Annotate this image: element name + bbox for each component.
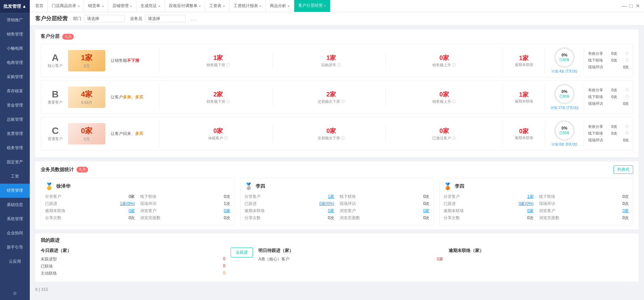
window-maximize-button[interactable]: □ [629, 3, 633, 9]
followup-tomorrow-block: 明日待跟进（家） A类（核心）客户 0家 [258, 248, 443, 263]
sidebar-item-dianshang[interactable]: 电商管理 [0, 56, 30, 70]
window-minimize-button[interactable]: — [621, 3, 627, 9]
tabs-bar: 首页 门店商品目录 × 销货单 × 店铺管理 × 生成凭证 × 应收应付调整单 … [30, 0, 644, 12]
tier-a-metric-1-info: ⓘ [337, 63, 341, 67]
tab-mendianshanpinmulu-close[interactable]: × [78, 4, 80, 8]
tier-a-metric-1-num: 1家 [280, 54, 383, 62]
tab-kefenjingying-close[interactable]: × [324, 4, 326, 8]
sidebar-item-shuiwu[interactable]: 税务管理 [0, 141, 30, 155]
tab-yingshouzhengdan-close[interactable]: × [199, 4, 201, 8]
tab-xiaohuo[interactable]: 销货单 × [84, 0, 108, 12]
biz-card-1-row-3: 现场拜访 0次 [340, 201, 429, 207]
sales-filter-select[interactable]: 请选择 [145, 15, 186, 22]
biz-cards-grid: 🥇 徐泽华 分管客户 0家 线下联络 0次 已跟进 [41, 178, 633, 225]
tier-b-metric-1-num: 2家 [280, 90, 383, 98]
tab-home[interactable]: 首页 [31, 0, 48, 12]
tab-dianpuguanli-label: 店铺管理 [112, 3, 129, 9]
tab-shengpingzheng[interactable]: 生成凭证 × [136, 0, 165, 12]
sidebar-item-xinshouyindao[interactable]: 新手引导 [0, 240, 30, 255]
tier-a-metric-0-info: ⓘ [226, 63, 230, 67]
tab-gongzitongjibiao-close[interactable]: × [259, 4, 261, 8]
sidebar-item-kucun[interactable]: 库存核算 [0, 84, 30, 98]
tier-a-linked: 0% 已联络 计划 4次 (7天/次) [549, 47, 580, 74]
tier-a-label: A 核心客户 [45, 53, 65, 68]
followup-today-row-2: 主动联络 0 [41, 271, 225, 276]
biz-card-1-row-6: 分享次数 0次 [244, 215, 334, 221]
page-title: 客户分层经营 [35, 15, 68, 22]
tier-c-metric-0: 0家 休眠客户 ⓘ [164, 125, 273, 142]
tier-c-count-block: 0家 0万 [68, 123, 105, 144]
sidebar-item-gongzi[interactable]: 工资 [0, 169, 30, 184]
sidebar-item-zijin[interactable]: 资金管理 [0, 98, 30, 113]
tier-a-metric-1: 1家 回购异常 ⓘ [277, 52, 386, 69]
tier-a-overdue-num: 1家 [507, 54, 541, 62]
sidebar-top-label[interactable]: 批发管理 ▲ [0, 0, 30, 13]
tier-row-c: C 普通客户 0家 0万 让客户回来、多买 0家 休眠客户 ⓘ [41, 117, 633, 151]
tier-c-letter: C [45, 126, 65, 136]
tier-b-metric-2-label: 销售额上升 ⓘ [392, 99, 496, 104]
tier-a-divider [159, 47, 160, 74]
tier-c-divider [159, 120, 160, 147]
tier-a-stats-right: 有效分享 0次 ⓘ 线下联络 0次 ⓘ 现场拜访 0次 [588, 50, 629, 70]
sidebar-item-yunyingyong[interactable]: 云应用 [0, 255, 30, 269]
tab-mendianshanpinmulu[interactable]: 门店商品目录 × [48, 0, 84, 12]
tier-a-stat-0: 有效分享 0次 ⓘ [588, 50, 629, 57]
biz-card-0-row-5: 浏览客户 0家 [140, 208, 230, 214]
sidebar-item-qiyexietong[interactable]: 企业协同 [0, 226, 30, 240]
tab-dianpuguanli-close[interactable]: × [130, 4, 132, 8]
biz-card-2-row-0: 分管客户 1家 [444, 194, 533, 200]
sidebar-item-xiaochang[interactable]: 小畅电商 [0, 42, 30, 56]
sidebar-item-caigou[interactable]: 采购管理 [0, 70, 30, 84]
biz-card-2-row-4: 逾期未联络 0家 [444, 208, 533, 214]
sidebar-item-xiaoshou[interactable]: 销售管理 [0, 27, 30, 42]
tier-b-linked-pct: 0% [561, 89, 567, 94]
tier-a-stat-2: 现场拜访 0次 [588, 64, 629, 71]
sidebar-item-gudingzichan[interactable]: 固定资产 [0, 155, 30, 169]
tab-gongzibiao-close[interactable]: × [223, 4, 225, 8]
dept-filter-select[interactable]: 请选择 [84, 15, 125, 22]
sidebar-item-zongzhang[interactable]: 总账管理 [0, 113, 30, 127]
tab-kefenjingyig[interactable]: 客户分层经营 × [294, 0, 330, 12]
tab-gongzibiao[interactable]: 工资表 × [205, 0, 229, 12]
tab-xiaohuo-close[interactable]: × [102, 4, 104, 8]
biz-card-1-row-1: 线下联络 0次 [340, 194, 429, 200]
tab-dianpuguanli[interactable]: 店铺管理 × [108, 0, 136, 12]
tier-c-overdue-label: 逾期未联络 [507, 135, 541, 140]
sidebar-item-yingxiao[interactable]: 营销推广 [0, 13, 30, 27]
biz-stats-list-btn[interactable]: 列表式 [614, 165, 633, 174]
tier-row-a: A 核心客户 1家 0万 让销售额不下滑 1家 销售额下滑 ⓘ [41, 44, 633, 77]
tier-a-divider3 [545, 47, 545, 74]
my-followup-section: 我的跟进 今日跟进（家） 未跟进型 0 已联络 0 主动联络 0 [35, 233, 639, 282]
biz-card-0-row-0: 分管客户 0家 [45, 194, 135, 200]
tier-c-linked-circle: 0% 已联络 [554, 120, 575, 141]
tab-gongzitongjibiao[interactable]: 工资统计报表 × [230, 0, 266, 12]
sidebar-item-jingying[interactable]: 经营管理 [0, 184, 30, 198]
biz-card-2-row-2: 已跟进 0家(0%) [444, 201, 533, 207]
tier-c-stats-right: 有效分享 0次 ⓘ 线下联络 0次 ⓘ 现场拜访 0次 [588, 123, 629, 143]
my-followup-title: 我的跟进 [41, 237, 60, 244]
tab-shangpinfenxi[interactable]: 商品分析 × [266, 0, 294, 12]
tab-shengpingzheng-close[interactable]: × [158, 4, 160, 8]
sidebar-gear-button[interactable]: ⚙ [0, 287, 30, 300]
tier-c-name: 普通客户 [45, 136, 65, 141]
tier-c-suggestion: 让客户回来、多买 [108, 131, 155, 137]
biz-card-2-row-6: 分享次数 0次 [444, 215, 533, 221]
tier-b-letter: B [45, 90, 65, 99]
sidebar-item-jichuxinxi[interactable]: 基础信息 [0, 198, 30, 212]
customer-tier-section: 客户分层 九月 A 核心客户 1家 0万 让销售额不下滑 [35, 29, 639, 157]
tier-c-metric-2-num: 0家 [392, 127, 496, 135]
tier-b-metric-2: 0家 销售额上升 ⓘ [390, 89, 498, 106]
sidebar-item-fapiao[interactable]: 发票管理 [0, 127, 30, 141]
tab-yingshouzhengdan[interactable]: 应收应付调整单 × [165, 0, 205, 12]
followup-goto-button[interactable]: 去跟进 [231, 248, 253, 257]
tier-c-metric-1-info: ⓘ [341, 136, 345, 140]
tier-a-amount: 0万 [72, 64, 101, 69]
tier-b-overdue: 1家 逾期未联络 [507, 91, 541, 104]
sidebar-item-xitong[interactable]: 系统管理 [0, 212, 30, 226]
tab-shangpinfenxi-close[interactable]: × [287, 4, 289, 8]
window-close-button[interactable]: ✕ [636, 3, 640, 9]
filter-more-button[interactable]: ... [191, 16, 197, 21]
my-followup-header: 我的跟进 [41, 237, 633, 244]
sidebar: 批发管理 ▲ 营销推广 销售管理 小畅电商 电商管理 采购管理 库存核算 资金管… [0, 0, 30, 300]
tier-b-divider4 [584, 84, 584, 110]
